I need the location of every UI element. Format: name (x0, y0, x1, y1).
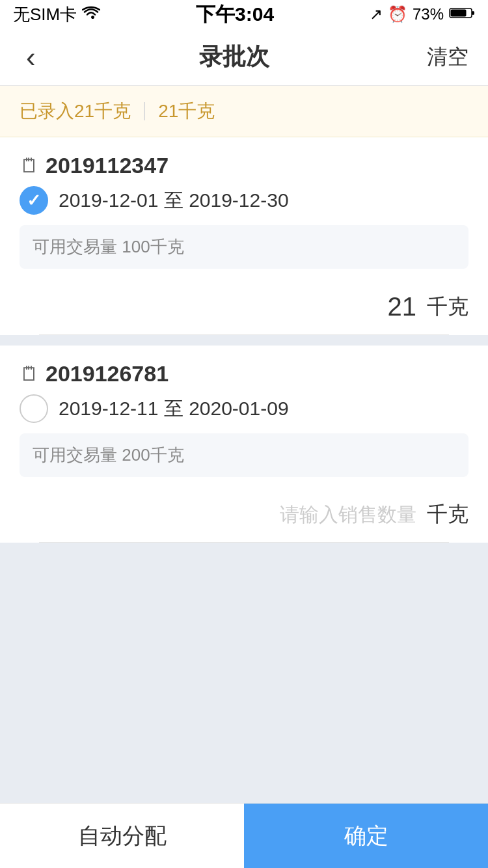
batch-date-1: 2019-12-01 至 2019-12-30 (59, 187, 289, 214)
batch-amount-input-1[interactable] (286, 292, 416, 321)
batch-item-1: 🗒 2019112347 2019-12-01 至 2019-12-30 可用交… (0, 137, 488, 335)
battery-label: 73% (413, 5, 444, 23)
batch-checkbox-2[interactable] (20, 394, 48, 423)
batch-id-2: 2019126781 (46, 361, 169, 387)
batch-available-2: 可用交易量 200千克 (20, 433, 468, 477)
batch-doc-icon-1: 🗒 (20, 155, 39, 177)
info-banner: 已录入21千克 21千克 (0, 86, 488, 137)
alarm-icon: ⏰ (388, 5, 407, 23)
batch-amount-row-2: 请输入销售数量 千克 (20, 490, 468, 542)
info-amount: 21千克 (158, 99, 215, 124)
batch-available-1: 可用交易量 100千克 (20, 225, 468, 269)
info-divider (144, 102, 145, 120)
page-title: 录批次 (199, 41, 269, 73)
status-left: 无SIM卡 (13, 3, 100, 26)
batch-unit-2: 千克 (427, 500, 468, 529)
svg-rect-2 (450, 10, 466, 17)
status-right: ↗ ⏰ 73% (370, 5, 475, 23)
footer: 自动分配 确定 (0, 803, 488, 868)
status-bar: 无SIM卡 下午3:04 ↗ ⏰ 73% (0, 0, 488, 29)
batch-unit-1: 千克 (427, 293, 468, 321)
batch-item-2: 🗒 2019126781 2019-12-11 至 2020-01-09 可用交… (0, 346, 488, 543)
batch-header-2: 🗒 2019126781 (20, 361, 468, 387)
auto-distribute-button[interactable]: 自动分配 (0, 804, 244, 868)
batch-available-text-2: 可用交易量 200千克 (33, 445, 184, 465)
wifi-icon (82, 5, 100, 25)
carrier-label: 无SIM卡 (13, 3, 77, 26)
status-time: 下午3:04 (196, 1, 274, 28)
batch-amount-row-1: 千克 (20, 282, 468, 334)
back-button[interactable]: ‹ (20, 41, 42, 74)
batch-section-divider (0, 335, 488, 346)
batch-date-row-2: 2019-12-11 至 2020-01-09 (20, 394, 468, 423)
batch-checkbox-1[interactable] (20, 186, 48, 215)
batch-date-row-1: 2019-12-01 至 2019-12-30 (20, 186, 468, 215)
batch-available-text-1: 可用交易量 100千克 (33, 237, 184, 256)
batch-doc-icon-2: 🗒 (20, 363, 39, 385)
svg-rect-1 (472, 11, 474, 15)
clear-button[interactable]: 清空 (427, 43, 468, 72)
batch-amount-placeholder-2: 请输入销售数量 (280, 502, 416, 528)
confirm-button[interactable]: 确定 (244, 804, 488, 868)
batch-date-2: 2019-12-11 至 2020-01-09 (59, 396, 289, 422)
bottom-area (0, 543, 488, 803)
battery-icon (449, 5, 475, 23)
batch-header-1: 🗒 2019112347 (20, 153, 468, 178)
nav-bar: ‹ 录批次 清空 (0, 29, 488, 86)
recorded-label: 已录入21千克 (20, 99, 131, 124)
location-icon: ↗ (370, 5, 383, 23)
batch-id-1: 2019112347 (46, 153, 169, 178)
